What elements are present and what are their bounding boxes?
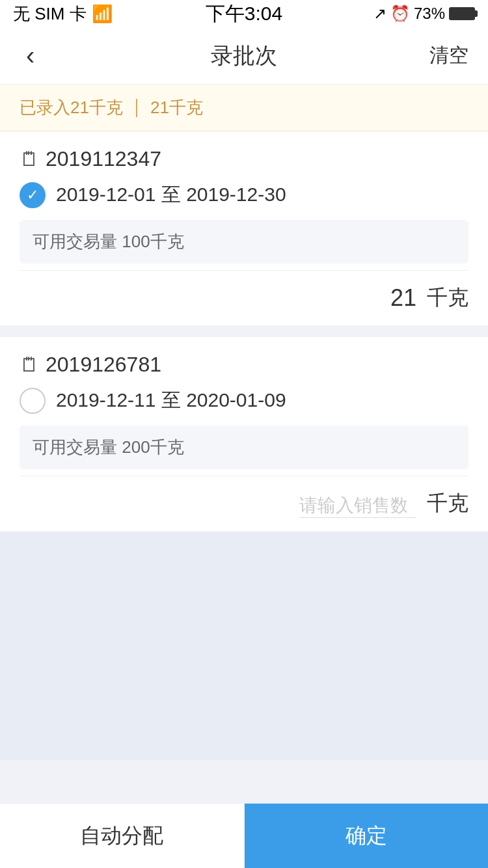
quantity-row-1: 21 千克 (0, 271, 488, 325)
radio-button-1[interactable]: ✓ (20, 182, 46, 208)
carrier-text: 无 SIM 卡 (13, 3, 87, 25)
batch-number-1: 2019112347 (46, 147, 161, 171)
recorded-label: 已录入21千克 (20, 96, 123, 119)
page-title: 录批次 (211, 41, 277, 71)
quantity-row-2: 千克 (0, 476, 488, 531)
status-bar: 无 SIM 卡 📶 下午3:04 ↗ ⏰ 73% (0, 0, 488, 27)
location-icon: ↗ (373, 5, 386, 23)
batch-icon-2: 🗒 (20, 354, 39, 376)
status-left: 无 SIM 卡 📶 (13, 3, 113, 25)
info-banner: 已录入21千克 21千克 (0, 85, 488, 131)
clear-button[interactable]: 清空 (429, 42, 468, 69)
wifi-icon: 📶 (92, 4, 113, 24)
batch-date-2: 2019-12-11 至 2020-01-09 (56, 387, 286, 414)
recorded-value: 21千克 (150, 96, 203, 119)
batch-header-2: 🗒 2019126781 (0, 337, 488, 382)
batch-card-1: 🗒 2019112347 ✓ 2019-12-01 至 2019-12-30 可… (0, 131, 488, 325)
radio-button-2[interactable]: ✓ (20, 388, 46, 414)
auto-assign-button[interactable]: 自动分配 (0, 804, 245, 868)
section-gap (0, 327, 488, 337)
back-button[interactable]: ‹ (20, 34, 41, 77)
empty-area (0, 532, 488, 760)
quantity-value-1: 21 (390, 284, 416, 312)
batch-card-2: 🗒 2019126781 ✓ 2019-12-11 至 2020-01-09 可… (0, 337, 488, 531)
banner-divider (136, 99, 137, 117)
alarm-icon: ⏰ (390, 5, 410, 23)
page-content: 🗒 2019112347 ✓ 2019-12-01 至 2019-12-30 可… (0, 131, 488, 825)
batch-avail-1: 可用交易量 100千克 (20, 220, 468, 264)
batch-number-2: 2019126781 (46, 353, 161, 377)
status-right: ↗ ⏰ 73% (373, 5, 475, 23)
batch-icon-1: 🗒 (20, 148, 39, 170)
quantity-unit-1: 千克 (427, 284, 468, 312)
battery-text: 73% (414, 5, 445, 23)
quantity-unit-2: 千克 (427, 489, 468, 518)
bottom-bar: 自动分配 确定 (0, 803, 488, 868)
batch-header-1: 🗒 2019112347 (0, 131, 488, 176)
batch-date-row-1: ✓ 2019-12-01 至 2019-12-30 (0, 176, 488, 213)
batch-avail-2: 可用交易量 200千克 (20, 426, 468, 469)
confirm-button[interactable]: 确定 (245, 804, 489, 868)
batch-date-row-2: ✓ 2019-12-11 至 2020-01-09 (0, 382, 488, 419)
battery-icon (449, 7, 475, 20)
status-time: 下午3:04 (206, 1, 282, 27)
nav-bar: ‹ 录批次 清空 (0, 27, 488, 85)
quantity-input-2[interactable] (299, 490, 416, 518)
check-icon-1: ✓ (27, 187, 38, 204)
batch-date-1: 2019-12-01 至 2019-12-30 (56, 182, 286, 208)
